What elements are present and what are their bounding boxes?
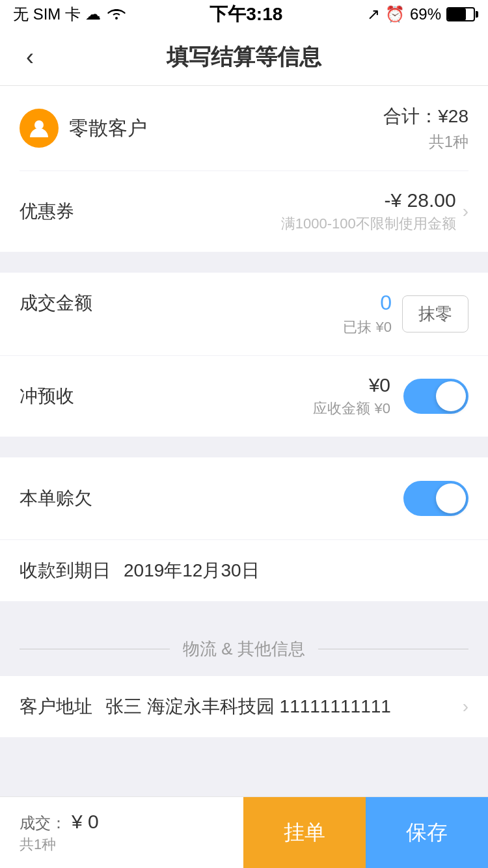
bottom-buttons: 挂单 保存 bbox=[243, 797, 488, 868]
alarm-icon: ⏰ bbox=[385, 5, 405, 23]
logistics-header: 物流 & 其他信息 bbox=[0, 622, 488, 676]
status-right: ↗ ⏰ 69% bbox=[367, 5, 475, 23]
coupon-amount: -¥ 28.00 bbox=[281, 189, 456, 211]
section-divider-1 bbox=[0, 262, 488, 273]
bottom-left: 成交： ¥ 0 共1种 bbox=[0, 811, 243, 854]
prepaid-sub: 应收金额 ¥0 bbox=[313, 399, 390, 418]
logistics-line-right bbox=[318, 649, 468, 649]
save-button[interactable]: 保存 bbox=[366, 797, 488, 868]
status-left: 无 SIM 卡 ☁ bbox=[13, 4, 126, 25]
bottom-deal-value: ¥ 0 bbox=[72, 811, 99, 833]
address-row[interactable]: 客户地址 张三 海淀永丰科技园 11111111111 › bbox=[0, 676, 488, 737]
svg-point-0 bbox=[34, 120, 44, 129]
content-area: 零散客户 合计：¥28 共1种 优惠券 -¥ 28.00 满1000-100不限… bbox=[0, 86, 488, 826]
debit-row: 本单赊欠 bbox=[0, 457, 488, 539]
customer-left: 零散客户 bbox=[20, 109, 147, 148]
prepaid-label: 冲预收 bbox=[20, 384, 74, 409]
wifi-icon bbox=[107, 5, 126, 23]
status-bar: 无 SIM 卡 ☁ 下午3:18 ↗ ⏰ 69% bbox=[0, 0, 488, 29]
debit-section: 本单赊欠 收款到期日 2019年12月30日 bbox=[0, 457, 488, 601]
coupon-row[interactable]: 优惠券 -¥ 28.00 满1000-100不限制使用金额 › bbox=[0, 171, 488, 252]
bottom-bar: 成交： ¥ 0 共1种 挂单 保存 bbox=[0, 796, 488, 868]
deal-value: 0 bbox=[343, 291, 392, 315]
hang-button[interactable]: 挂单 bbox=[243, 797, 366, 868]
deal-sub: 已抹 ¥0 bbox=[343, 318, 392, 337]
deal-value-wrap: 0 已抹 ¥0 bbox=[343, 291, 392, 337]
address-label: 客户地址 bbox=[20, 694, 92, 719]
due-date-row: 收款到期日 2019年12月30日 bbox=[0, 539, 488, 601]
battery-icon bbox=[446, 7, 475, 21]
logistics-label: 物流 & 其他信息 bbox=[183, 638, 305, 660]
address-value: 张三 海淀永丰科技园 11111111111 bbox=[105, 694, 463, 719]
section-divider-3 bbox=[0, 612, 488, 622]
prepaid-row: 冲预收 ¥0 应收金额 ¥0 bbox=[0, 355, 488, 437]
due-date-label: 收款到期日 bbox=[20, 558, 111, 583]
prepaid-value: ¥0 bbox=[313, 374, 390, 396]
prepaid-right: ¥0 应收金额 ¥0 bbox=[313, 374, 468, 418]
coupon-value: -¥ 28.00 满1000-100不限制使用金额 bbox=[281, 189, 456, 234]
location-icon: ↗ bbox=[367, 5, 380, 23]
battery-percent: 69% bbox=[410, 5, 441, 23]
bottom-deal-label: 成交： bbox=[20, 813, 66, 834]
debit-label: 本单赊欠 bbox=[20, 486, 92, 511]
bottom-count: 共1种 bbox=[20, 835, 224, 854]
deal-amount-row: 成交金额 0 已抹 ¥0 抹零 bbox=[0, 273, 488, 355]
section-divider-2 bbox=[0, 447, 488, 457]
back-button[interactable]: ‹ bbox=[20, 37, 40, 77]
customer-total: 合计：¥28 bbox=[383, 104, 468, 129]
status-time: 下午3:18 bbox=[210, 2, 282, 27]
customer-right: 合计：¥28 共1种 bbox=[383, 104, 468, 152]
customer-name: 零散客户 bbox=[69, 115, 147, 142]
deal-amount-label: 成交金额 bbox=[20, 291, 92, 316]
no-sim-text: 无 SIM 卡 ☁ bbox=[13, 4, 101, 25]
customer-row: 零散客户 合计：¥28 共1种 bbox=[0, 86, 488, 170]
due-date-value: 2019年12月30日 bbox=[124, 558, 260, 583]
chevron-right-icon: › bbox=[463, 201, 468, 222]
address-section: 客户地址 张三 海淀永丰科技园 11111111111 › bbox=[0, 676, 488, 737]
toggle-knob bbox=[436, 381, 466, 411]
debit-toggle[interactable] bbox=[403, 481, 468, 516]
debit-toggle-knob bbox=[436, 483, 466, 513]
coupon-desc: 满1000-100不限制使用金额 bbox=[281, 214, 456, 234]
nav-bar: ‹ 填写结算等信息 bbox=[0, 29, 488, 86]
prepaid-toggle[interactable] bbox=[403, 379, 468, 414]
deal-section: 成交金额 0 已抹 ¥0 抹零 冲预收 ¥0 应收金额 ¥0 bbox=[0, 273, 488, 437]
customer-count: 共1种 bbox=[383, 131, 468, 152]
address-chevron-icon: › bbox=[463, 696, 468, 717]
coupon-right: -¥ 28.00 满1000-100不限制使用金额 › bbox=[281, 189, 468, 234]
deal-right: 0 已抹 ¥0 抹零 bbox=[343, 291, 468, 337]
prepaid-value-wrap: ¥0 应收金额 ¥0 bbox=[313, 374, 390, 418]
page-title: 填写结算等信息 bbox=[167, 42, 321, 72]
round-button[interactable]: 抹零 bbox=[402, 295, 468, 332]
avatar bbox=[20, 109, 59, 148]
customer-section: 零散客户 合计：¥28 共1种 优惠券 -¥ 28.00 满1000-100不限… bbox=[0, 86, 488, 252]
coupon-label: 优惠券 bbox=[20, 199, 74, 224]
logistics-line-left bbox=[20, 649, 170, 649]
